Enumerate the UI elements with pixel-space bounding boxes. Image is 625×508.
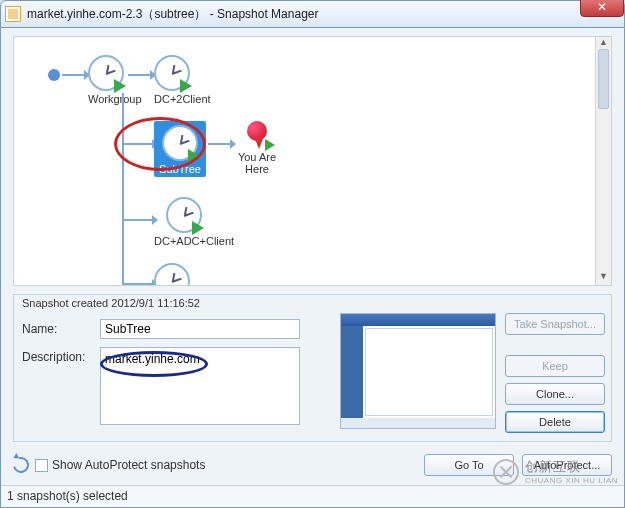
snapshot-node-dcadc[interactable]: DC+ADC+Client [154, 197, 214, 247]
snapshot-node-dc2client[interactable]: DC+2Client [154, 55, 210, 105]
take-snapshot-button[interactable]: Take Snapshot... [505, 313, 605, 335]
description-textarea[interactable] [100, 347, 300, 425]
scroll-thumb[interactable] [598, 49, 609, 109]
window-title: market.yinhe.com-2.3（subtree） - Snapshot… [27, 6, 318, 23]
status-bar: 1 snapshot(s) selected [1, 485, 624, 507]
snapshot-label: DC+ADC+Client [154, 235, 210, 247]
titlebar: market.yinhe.com-2.3（subtree） - Snapshot… [0, 0, 625, 28]
close-button[interactable]: ✕ [580, 0, 624, 17]
connector-line-icon [122, 93, 124, 285]
connector-arrow-icon [122, 219, 152, 221]
delete-button[interactable]: Delete [505, 411, 605, 433]
description-label: Description: [22, 347, 100, 364]
refresh-icon[interactable] [10, 454, 32, 476]
snapshot-icon [162, 125, 198, 161]
you-are-here-icon [243, 121, 271, 149]
snapshot-label: Workgroup [88, 93, 142, 105]
clone-button[interactable]: Clone... [505, 383, 605, 405]
show-autoprotect-label: Show AutoProtect snapshots [52, 458, 205, 472]
vertical-scrollbar[interactable]: ▲ ▼ [595, 37, 611, 285]
connector-arrow-icon [62, 74, 84, 76]
keep-button[interactable]: Keep [505, 355, 605, 377]
snapshot-tree-panel: Workgroup DC+2Client SubTree You Are Her… [13, 36, 612, 286]
connector-arrow-icon [208, 143, 230, 145]
connector-arrow-icon [122, 283, 152, 285]
start-dot-icon [48, 69, 60, 81]
snapshot-created-legend: Snapshot created 2012/9/1 11:16:52 [22, 297, 603, 309]
snapshot-label: DC+2Client [154, 93, 210, 105]
screenshot-thumbnail [340, 313, 496, 429]
window-body: Workgroup DC+2Client SubTree You Are Her… [0, 28, 625, 508]
show-autoprotect-checkbox[interactable] [35, 459, 48, 472]
app-icon [5, 6, 21, 22]
name-input[interactable] [100, 319, 300, 339]
scroll-down-icon[interactable]: ▼ [596, 271, 611, 285]
you-are-here-label: You Are Here [232, 151, 282, 175]
snapshot-icon [166, 197, 202, 233]
action-button-column: Take Snapshot... Keep Clone... Delete [505, 313, 605, 433]
connector-arrow-icon [128, 74, 150, 76]
snapshot-icon [88, 55, 124, 91]
bottom-toolbar: Show AutoProtect snapshots Go To AutoPro… [13, 450, 612, 480]
you-are-here-node[interactable]: You Are Here [232, 121, 282, 175]
autoprotect-button[interactable]: AutoProtect... [522, 454, 612, 476]
snapshot-label: SubTree [156, 163, 204, 175]
name-label: Name: [22, 319, 100, 336]
snapshot-details-group: Snapshot created 2012/9/1 11:16:52 Name:… [13, 294, 612, 442]
snapshot-icon [154, 263, 190, 286]
connector-arrow-icon [122, 143, 152, 145]
goto-button[interactable]: Go To [424, 454, 514, 476]
snapshot-node-workgroup[interactable]: Workgroup [88, 55, 142, 105]
snapshot-icon [154, 55, 190, 91]
snapshot-node-subtree[interactable]: SubTree [154, 121, 206, 177]
snapshot-node-extra[interactable] [154, 263, 190, 286]
